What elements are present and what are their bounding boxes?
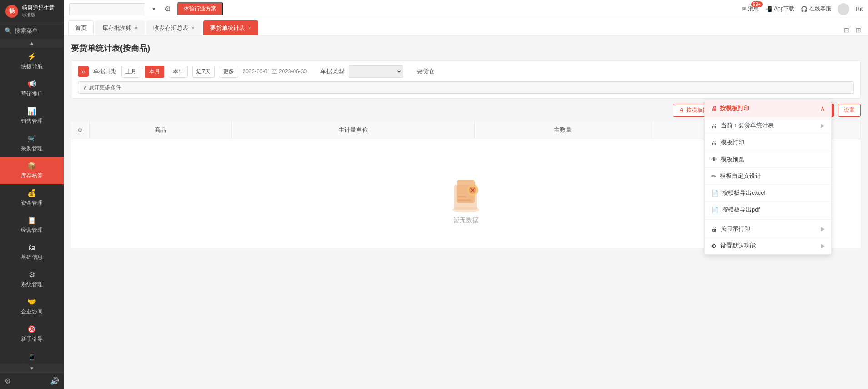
topbar-settings-icon[interactable]: ⚙ xyxy=(162,3,174,15)
sidebar-item-sales[interactable]: 📊销售管理 xyxy=(0,102,64,130)
date-btn-prev-month[interactable]: 上月 xyxy=(121,66,140,78)
sidebar-icon-quick-nav: ⚡ xyxy=(27,52,36,61)
print-template-preview-label: 模板预览 xyxy=(721,155,744,163)
tab-collect-label: 收发存汇总表 xyxy=(153,24,189,32)
print-item-template-design[interactable]: ✏ 模板自定义设计 xyxy=(705,168,831,185)
sidebar-label-collab: 企业协同 xyxy=(21,308,43,316)
messages-badge: 99+ xyxy=(751,1,763,7)
sidebar: 畅 畅康通好生意 标准版 🔍 搜索菜单 ▲ ⚡快捷导航📢营销推广📊销售管理🛒采购… xyxy=(0,0,64,389)
sidebar-label-finance: 资金管理 xyxy=(21,199,43,207)
print-dropdown: 🖨 按模板打印 ∧ 🖨 当前：要货单统计表 ▶ 🖨 模板打印 xyxy=(704,99,832,255)
topbar-dropdown-icon[interactable]: ▾ xyxy=(149,3,158,15)
app-download-button[interactable]: 📲 App下载 xyxy=(765,5,794,13)
sidebar-item-basic[interactable]: 🗂基础信息 xyxy=(0,239,64,266)
settings-footer-icon[interactable]: ⚙ xyxy=(5,377,11,385)
tab-order-stat[interactable]: 要货单统计表 × xyxy=(203,20,258,35)
sidebar-item-inventory[interactable]: 📦库存核算 xyxy=(0,157,64,184)
sidebar-item-newbie[interactable]: 🎯新手引导 xyxy=(0,320,64,348)
type-filter-select[interactable] xyxy=(349,65,403,78)
sidebar-search[interactable]: 🔍 搜索菜单 xyxy=(0,23,64,39)
print-item-current-label: 当前：要货单统计表 xyxy=(721,121,774,130)
sidebar-icon-marketing: 📢 xyxy=(27,80,36,88)
username-label: Rit xyxy=(856,6,863,12)
print-item-display-print[interactable]: 🖨 按显示打印 ▶ xyxy=(705,221,831,237)
logo-icon: 畅 xyxy=(5,5,18,18)
expand-more-button[interactable]: ∨ 展开更多条件 xyxy=(78,81,854,94)
topbar-promo-button[interactable]: 体验行业方案 xyxy=(177,2,223,15)
sidebar-item-collab[interactable]: 🤝企业协同 xyxy=(0,293,64,320)
sidebar-item-finance[interactable]: 💰资金管理 xyxy=(0,184,64,212)
tab-minimize-icon[interactable]: ⊟ xyxy=(842,25,852,35)
topbar-right: ✉ 消息 99+ 📲 App下载 🎧 在线客服 Rit xyxy=(742,3,863,15)
type-filter-label: 单据类型 xyxy=(320,67,344,76)
tab-collect-close[interactable]: × xyxy=(191,25,195,31)
topbar: ▾ ⚙ 体验行业方案 ✉ 消息 99+ 📲 App下载 🎧 在线客服 Rit xyxy=(64,0,868,18)
sidebar-label-sales: 销售管理 xyxy=(21,117,43,125)
tab-collect[interactable]: 收发存汇总表 × xyxy=(146,20,201,35)
tab-batch-label: 库存批次账 xyxy=(102,24,132,32)
print-dropdown-title-text: 按模板打印 xyxy=(720,104,749,112)
table-settings-icon[interactable]: ⚙ xyxy=(77,127,83,134)
date-btn-this-month[interactable]: 本月 xyxy=(145,66,164,78)
dropdown-separator xyxy=(705,219,831,220)
print-set-default-icon: ⚙ xyxy=(711,242,717,249)
date-btn-7days[interactable]: 近7天 xyxy=(192,66,215,78)
table-col-unit: 主计量单位 xyxy=(232,121,475,139)
date-btn-this-year[interactable]: 本年 xyxy=(169,66,188,78)
sidebar-icon-system: ⚙ xyxy=(29,270,35,279)
tab-home[interactable]: 首页 xyxy=(68,20,94,35)
print-item-template-print[interactable]: 🖨 模板打印 xyxy=(705,134,831,151)
sidebar-scroll-up[interactable]: ▲ xyxy=(0,39,64,48)
print-icon: 🖨 xyxy=(679,107,684,113)
sidebar-icon-collab: 🤝 xyxy=(27,298,36,306)
online-service-button[interactable]: 🎧 在线客服 xyxy=(801,5,831,13)
settings-button[interactable]: 设置 xyxy=(838,104,861,117)
print-export-pdf-icon: 📄 xyxy=(711,207,718,213)
print-item-template-preview[interactable]: 👁 模板预览 xyxy=(705,151,831,168)
table-col-product: 商品 xyxy=(90,121,232,139)
print-template-design-label: 模板自定义设计 xyxy=(720,172,761,180)
topbar-search-input[interactable] xyxy=(69,3,145,15)
sidebar-item-marketing[interactable]: 📢营销推广 xyxy=(0,75,64,102)
tab-batch-close[interactable]: × xyxy=(135,25,138,31)
expand-more-label: 展开更多条件 xyxy=(89,84,121,91)
sidebar-label-marketing: 营销推广 xyxy=(21,90,43,98)
print-item-current[interactable]: 🖨 当前：要货单统计表 ▶ xyxy=(705,117,831,134)
main-area: ▾ ⚙ 体验行业方案 ✉ 消息 99+ 📲 App下载 🎧 在线客服 Rit 首… xyxy=(64,0,868,389)
sidebar-search-label: 搜索菜单 xyxy=(15,27,38,35)
messages-button[interactable]: ✉ 消息 99+ xyxy=(742,5,759,13)
print-item-current-arrow: ▶ xyxy=(821,122,825,129)
sidebar-scroll-down[interactable]: ▼ xyxy=(0,364,64,373)
tab-batch[interactable]: 库存批次账 × xyxy=(95,20,145,35)
print-dropdown-close[interactable]: ∧ xyxy=(820,105,825,112)
print-display-print-icon: 🖨 xyxy=(711,226,717,232)
tab-maximize-icon[interactable]: ⊞ xyxy=(853,25,863,35)
sidebar-item-appstore[interactable]: 📱应用中心 xyxy=(0,348,64,364)
expand-more-icon: ∨ xyxy=(83,85,87,91)
sidebar-label-inventory: 库存核算 xyxy=(21,172,43,180)
table-col-settings[interactable]: ⚙ xyxy=(71,121,90,139)
sidebar-label-basic: 基础信息 xyxy=(21,253,43,261)
print-item-set-default[interactable]: ⚙ 设置默认功能 ▶ xyxy=(705,237,831,254)
tab-order-stat-close[interactable]: × xyxy=(248,25,251,31)
help-footer-icon[interactable]: 🔊 xyxy=(50,377,59,385)
sidebar-logo: 畅 畅康通好生意 标准版 xyxy=(0,0,64,23)
sidebar-item-system[interactable]: ⚙系统管理 xyxy=(0,266,64,293)
date-range-display: 2023-06-01 至 2023-06-30 xyxy=(243,68,307,76)
date-btn-more[interactable]: 更多 xyxy=(219,66,238,78)
sidebar-item-quick-nav[interactable]: ⚡快捷导航 xyxy=(0,48,64,75)
print-export-excel-icon: 📄 xyxy=(711,190,718,197)
print-item-export-pdf[interactable]: 📄 按模板导出pdf xyxy=(705,202,831,218)
sidebar-item-purchase[interactable]: 🛒采购管理 xyxy=(0,130,64,157)
filter-expand-button[interactable]: » xyxy=(78,66,89,77)
print-display-print-label: 按显示打印 xyxy=(721,225,750,233)
sidebar-item-operation[interactable]: 📋经营管理 xyxy=(0,212,64,239)
date-filter-label: 单据日期 xyxy=(93,67,117,76)
logo-badge: 标准版 xyxy=(22,12,55,18)
sidebar-icon-newbie: 🎯 xyxy=(27,325,36,333)
sidebar-label-newbie: 新手引导 xyxy=(21,335,43,343)
print-item-export-excel[interactable]: 📄 按模板导出excel xyxy=(705,185,831,202)
print-set-default-label: 设置默认功能 xyxy=(720,242,756,250)
message-icon: ✉ xyxy=(742,6,746,12)
user-avatar[interactable] xyxy=(838,3,849,15)
